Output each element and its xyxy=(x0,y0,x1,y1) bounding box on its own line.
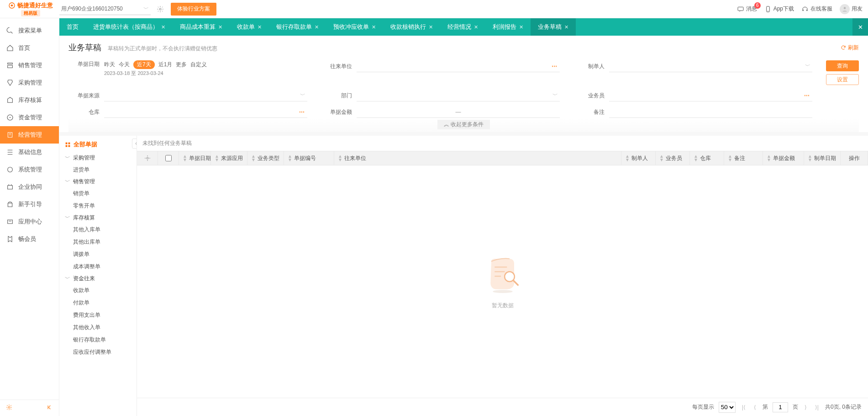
close-icon[interactable]: ✕ xyxy=(429,24,433,30)
sidebar-item-6[interactable]: 经营管理 xyxy=(0,126,59,144)
close-icon[interactable]: ✕ xyxy=(258,24,262,30)
per-page-select[interactable]: 50 xyxy=(719,402,736,413)
sidebar-item-4[interactable]: 库存核算 xyxy=(0,91,59,109)
tab-9[interactable]: 业务草稿✕ xyxy=(531,18,576,36)
support-button[interactable]: 在线客服 xyxy=(801,5,832,13)
column-settings-button[interactable] xyxy=(137,151,158,165)
collapse-filters-button[interactable]: ︽ 收起更多条件 xyxy=(68,118,859,132)
warehouse-input[interactable]: ⋯ xyxy=(104,106,307,118)
column-header-11[interactable]: 操作 xyxy=(841,151,868,165)
messages-button[interactable]: 消息 6 xyxy=(737,5,757,13)
column-header-9[interactable]: ▲▼单据金额 xyxy=(763,151,804,165)
category-group-0[interactable]: ﹀采购管理 xyxy=(59,152,137,164)
last-page-button[interactable]: ⟩| xyxy=(813,404,821,411)
date-quick-今天[interactable]: 今天 xyxy=(119,61,130,69)
tab-4[interactable]: 银行存取款单✕ xyxy=(269,18,326,36)
sidebar-item-0[interactable]: 搜索菜单 xyxy=(0,22,59,39)
column-header-10[interactable]: ▲▼制单日期 xyxy=(804,151,841,165)
amount-input[interactable]: — xyxy=(357,106,560,118)
category-group-3[interactable]: ﹀资金往来 xyxy=(59,273,137,284)
sidebar-item-8[interactable]: 系统管理 xyxy=(0,161,59,178)
column-header-3[interactable]: ▲▼单据编号 xyxy=(284,151,334,165)
filter-settings-button[interactable]: 设置 xyxy=(826,74,859,85)
tab-0[interactable]: 首页 xyxy=(59,18,86,36)
svg-point-1 xyxy=(159,8,161,10)
date-quick-近1月[interactable]: 近1月 xyxy=(158,61,173,69)
category-item-3-1[interactable]: 付款单 xyxy=(59,297,137,309)
column-header-0[interactable]: ▲▼单据日期 xyxy=(179,151,211,165)
sidebar-item-1[interactable]: 首页 xyxy=(0,39,59,57)
next-page-button[interactable]: ⟩ xyxy=(803,404,809,411)
date-quick-更多[interactable]: 更多 xyxy=(176,61,187,69)
sidebar-collapse-button[interactable] xyxy=(46,404,53,412)
maker-select[interactable]: ﹀ xyxy=(609,60,812,72)
close-icon[interactable]: ✕ xyxy=(474,24,478,30)
tab-7[interactable]: 经营情况✕ xyxy=(440,18,485,36)
category-item-1-1[interactable]: 零售开单 xyxy=(59,200,137,212)
refresh-button[interactable]: 刷新 xyxy=(841,44,859,52)
category-item-2-1[interactable]: 其他出库单 xyxy=(59,236,137,248)
dept-select[interactable]: ﹀ xyxy=(357,90,560,101)
tab-2[interactable]: 商品成本重算✕ xyxy=(173,18,230,36)
tenant-settings-button[interactable] xyxy=(154,3,166,15)
sidebar-settings-button[interactable] xyxy=(5,404,13,412)
sidebar-item-12[interactable]: 畅会员 xyxy=(0,230,59,248)
column-header-5[interactable]: ▲▼制单人 xyxy=(621,151,656,165)
per-page-label: 每页显示 xyxy=(692,403,714,411)
tenant-select[interactable]: 用户690企业1660120750 ﹀ xyxy=(59,3,151,15)
category-group-2[interactable]: ﹀库存核算 xyxy=(59,212,137,224)
category-item-2-2[interactable]: 调拨单 xyxy=(59,248,137,261)
column-header-7[interactable]: ▲▼仓库 xyxy=(690,151,724,165)
category-item-1-0[interactable]: 销货单 xyxy=(59,187,137,200)
user-menu[interactable]: 用友 xyxy=(840,4,863,14)
sidebar-item-3[interactable]: 采购管理 xyxy=(0,74,59,91)
category-item-0-0[interactable]: 进货单 xyxy=(59,164,137,176)
select-all-checkbox[interactable] xyxy=(158,151,179,165)
category-item-2-0[interactable]: 其他入库单 xyxy=(59,224,137,236)
tab-3[interactable]: 收款单✕ xyxy=(230,18,269,36)
sidebar-item-7[interactable]: 基础信息 xyxy=(0,144,59,161)
sidebar-item-9[interactable]: 企业协同 xyxy=(0,178,59,196)
sidebar-item-10[interactable]: 新手引导 xyxy=(0,196,59,213)
remark-input[interactable] xyxy=(609,106,812,118)
industry-plan-button[interactable]: 体验行业方案 xyxy=(171,3,216,16)
panel-collapse-button[interactable] xyxy=(132,139,137,149)
tab-1[interactable]: 进货单统计表（按商品）✕ xyxy=(86,18,173,36)
close-icon[interactable]: ✕ xyxy=(218,24,222,30)
operator-input[interactable]: ⋯ xyxy=(609,90,812,101)
column-header-2[interactable]: ▲▼业务类型 xyxy=(247,151,284,165)
close-icon[interactable]: ✕ xyxy=(161,24,165,30)
query-button[interactable]: 查询 xyxy=(826,60,859,71)
date-quick-近7天[interactable]: 近7天 xyxy=(133,60,155,69)
close-icon[interactable]: ✕ xyxy=(519,24,523,30)
column-header-4[interactable]: ▲▼往来单位 xyxy=(334,151,621,165)
close-icon[interactable]: ✕ xyxy=(372,24,376,30)
category-item-3-5[interactable]: 应收应付调整单 xyxy=(59,346,137,358)
category-item-3-2[interactable]: 费用支出单 xyxy=(59,309,137,321)
app-download-button[interactable]: App下载 xyxy=(764,5,794,13)
column-header-6[interactable]: ▲▼业务员 xyxy=(656,151,690,165)
tab-6[interactable]: 收款核销执行✕ xyxy=(383,18,440,36)
category-item-2-3[interactable]: 成本调整单 xyxy=(59,261,137,273)
category-item-3-0[interactable]: 收款单 xyxy=(59,284,137,297)
partner-input[interactable]: ⋯ xyxy=(357,60,560,72)
category-item-3-4[interactable]: 银行存取款单 xyxy=(59,334,137,346)
sidebar-item-11[interactable]: 应用中心 xyxy=(0,213,59,230)
tab-8[interactable]: 利润报告✕ xyxy=(485,18,531,36)
close-icon[interactable]: ✕ xyxy=(564,24,568,30)
close-icon[interactable]: ✕ xyxy=(315,24,319,30)
category-item-3-3[interactable]: 其他收入单 xyxy=(59,321,137,334)
prev-page-button[interactable]: ⟨ xyxy=(752,404,758,411)
column-header-8[interactable]: ▲▼备注 xyxy=(724,151,763,165)
first-page-button[interactable]: |⟨ xyxy=(740,404,747,411)
source-select[interactable]: ﹀ xyxy=(104,90,307,101)
sidebar-item-2[interactable]: 销售管理 xyxy=(0,57,59,74)
date-quick-昨天[interactable]: 昨天 xyxy=(104,61,115,69)
tab-5[interactable]: 预收冲应收单✕ xyxy=(326,18,383,36)
sidebar-item-5[interactable]: 资金管理 xyxy=(0,109,59,126)
category-group-1[interactable]: ﹀销售管理 xyxy=(59,176,137,187)
page-input[interactable] xyxy=(773,402,788,412)
column-header-1[interactable]: ▲▼来源应用 xyxy=(211,151,247,165)
date-quick-自定义[interactable]: 自定义 xyxy=(190,61,207,69)
close-all-tabs-button[interactable]: ✕ xyxy=(852,18,868,36)
